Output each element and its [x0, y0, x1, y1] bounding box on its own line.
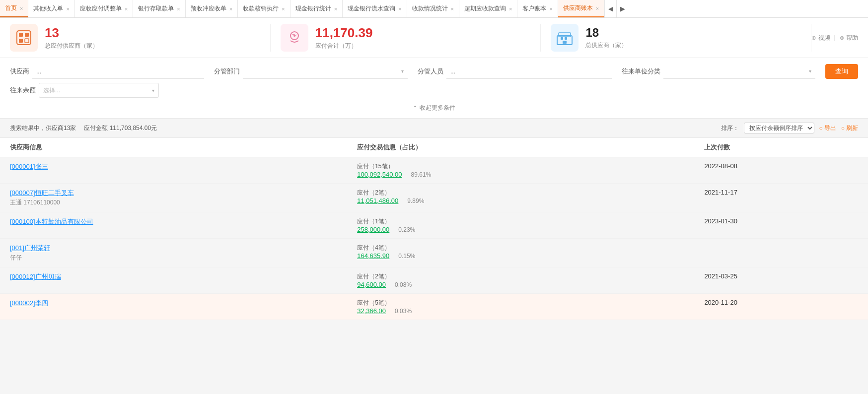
- amount-2[interactable]: 258,000.00: [357, 226, 389, 233]
- pct-1: 9.89%: [407, 197, 424, 204]
- transaction-cell-0: 应付（15笔）100,092,540.0089.61%: [347, 157, 694, 184]
- tx-label-1: 应付（2笔）: [357, 189, 684, 197]
- last-payment-cell-2: 2023-01-30: [694, 212, 868, 239]
- nav-tab-home[interactable]: 首页 ×: [0, 0, 28, 17]
- nav-tab-supplier-ledger-close[interactable]: ×: [596, 5, 599, 11]
- amount-5[interactable]: 32,366.00: [357, 307, 386, 315]
- svg-rect-4: [25, 39, 29, 43]
- table-header: 供应商信息 应付交易信息（占比） 上次付数: [0, 138, 868, 157]
- dept-select[interactable]: ▾: [243, 64, 408, 79]
- nav-tab-payment-verify[interactable]: 收款核销执行 ×: [238, 0, 290, 17]
- nav-tab-payment-verify-close[interactable]: ×: [282, 6, 285, 12]
- svg-rect-9: [561, 37, 563, 40]
- payable-suppliers-label: 总应付供应商（家）: [45, 42, 98, 50]
- nav-tab-bank-deposit[interactable]: 银行存取款单 ×: [133, 0, 185, 17]
- last-payment-cell-5: 2020-11-20: [694, 294, 868, 320]
- export-icon: ○: [819, 125, 823, 131]
- nav-tab-other-income[interactable]: 其他收入单 ×: [28, 0, 74, 17]
- table-row: [000100]本特勤油品有限公司应付（1笔）258,000.000.23%20…: [0, 212, 868, 239]
- payable-total-label: 应付合计（万）: [315, 42, 373, 50]
- balance-select-arrow: ▾: [152, 88, 154, 93]
- supplier-cell-3: [001]广州荣轩仔仔: [0, 239, 347, 267]
- video-link[interactable]: ⊙ 视频: [811, 34, 830, 42]
- summary-bar: 13 总应付供应商（家） 11,170.39 应付合计（万）: [0, 18, 868, 58]
- nav-tab-cash-bank-stat-close[interactable]: ×: [334, 6, 337, 12]
- collapse-button[interactable]: ⌃ 收起更多条件: [10, 102, 858, 114]
- filter-row-1: 供应商 分管部门 ▾ 分管人员 往来单位分类 ▾ 查询: [10, 64, 858, 79]
- last-payment-cell-0: 2022-08-08: [694, 157, 868, 184]
- supplier-cell-5: [000002]李四: [0, 294, 347, 320]
- balance-select[interactable]: 选择... ▾: [39, 83, 159, 98]
- transaction-cell-5: 应付（5笔）32,366.000.03%: [347, 294, 694, 320]
- balance-filter: 往来余额 选择... ▾: [10, 83, 159, 98]
- results-actions: 排序： 按应付余额倒序排序 ○ 导出 ○ 刷新: [721, 123, 859, 133]
- col-last-payment: 上次付数: [694, 138, 868, 157]
- sort-select[interactable]: 按应付余额倒序排序: [744, 123, 814, 133]
- payable-suppliers-icon: [10, 24, 38, 52]
- refresh-button[interactable]: ○ 刷新: [841, 124, 858, 132]
- amount-1[interactable]: 11,051,486.00: [357, 197, 398, 204]
- supplier-subinfo-3: 仔仔: [10, 254, 337, 262]
- supplier-link-3[interactable]: [001]广州荣轩: [10, 244, 50, 252]
- summary-card-payable-suppliers: 13 总应付供应商（家）: [10, 24, 271, 52]
- top-navigation: 首页 × 其他收入单 × 应收应付调整单 × 银行存取款单 × 预收冲应收单 ×…: [0, 0, 868, 18]
- nav-tab-supplier-ledger[interactable]: 供应商账本 ×: [558, 0, 604, 17]
- supplier-link-0[interactable]: [000001]张三: [10, 163, 48, 170]
- nav-tab-other-income-close[interactable]: ×: [66, 6, 69, 12]
- total-suppliers-label: 总供应商（家）: [585, 41, 627, 50]
- nav-tab-receipt-stat-close[interactable]: ×: [451, 6, 454, 12]
- pct-3: 0.15%: [398, 253, 415, 260]
- supplier-input[interactable]: [32, 64, 204, 79]
- top-right-links: ⊙ 视频 | ⊙ 帮助: [811, 34, 858, 42]
- supplier-link-5[interactable]: [000002]李四: [10, 299, 48, 307]
- category-filter: 往来单位分类 ▾: [622, 64, 816, 79]
- nav-arrow-right[interactable]: ▶: [616, 0, 628, 17]
- table-row: [000007]恒旺二手叉车王通 17106110000应付（2笔）11,051…: [0, 184, 868, 212]
- person-filter: 分管人员: [418, 64, 612, 79]
- table-wrapper: 供应商信息 应付交易信息（占比） 上次付数 [000001]张三应付（15笔）1…: [0, 138, 868, 320]
- nav-tab-ar-ap-adjust[interactable]: 应收应付调整单 ×: [75, 0, 133, 17]
- supplier-filter: 供应商: [10, 64, 204, 79]
- nav-tab-home-close[interactable]: ×: [20, 5, 23, 11]
- nav-tab-prepay-ar[interactable]: 预收冲应收单 ×: [186, 0, 238, 17]
- amount-3[interactable]: 164,635.90: [357, 252, 389, 260]
- nav-tab-prepay-ar-close[interactable]: ×: [229, 6, 232, 12]
- amount-0[interactable]: 100,092,540.00: [357, 171, 402, 178]
- nav-tab-customer-ledger-close[interactable]: ×: [549, 6, 552, 12]
- tx-label-4: 应付（2笔）: [357, 272, 684, 281]
- nav-arrow-left[interactable]: ◀: [604, 0, 616, 17]
- transaction-cell-4: 应付（2笔）94,600.000.08%: [347, 267, 694, 294]
- supplier-label: 供应商: [10, 67, 29, 76]
- last-payment-cell-4: 2021-03-25: [694, 267, 868, 294]
- amount-4[interactable]: 94,600.00: [357, 281, 386, 288]
- nav-tab-overdue-ar[interactable]: 超期应收款查询 ×: [459, 0, 517, 17]
- nav-tab-bank-deposit-close[interactable]: ×: [177, 6, 180, 12]
- category-select[interactable]: ▾: [663, 64, 816, 79]
- col-transaction-info: 应付交易信息（占比）: [347, 138, 694, 157]
- nav-tab-cash-bank-stat[interactable]: 现金银行统计 ×: [290, 0, 343, 17]
- results-summary: 搜索结果中，供应商13家 应付金额 111,703,854.00元: [10, 124, 157, 132]
- nav-tab-overdue-ar-close[interactable]: ×: [509, 6, 512, 12]
- supplier-link-4[interactable]: [000012]广州贝瑞: [10, 273, 61, 280]
- dept-select-arrow: ▾: [401, 68, 404, 74]
- nav-tab-ar-ap-adjust-close[interactable]: ×: [125, 6, 128, 12]
- nav-tab-customer-ledger[interactable]: 客户账本 ×: [517, 0, 558, 17]
- category-label: 往来单位分类: [622, 67, 660, 76]
- person-input[interactable]: [446, 64, 612, 79]
- supplier-link-2[interactable]: [000100]本特勤油品有限公司: [10, 218, 93, 225]
- supplier-table: 供应商信息 应付交易信息（占比） 上次付数 [000001]张三应付（15笔）1…: [0, 138, 868, 320]
- transaction-cell-3: 应付（4笔）164,635.900.15%: [347, 239, 694, 267]
- supplier-link-1[interactable]: [000007]恒旺二手叉车: [10, 189, 74, 197]
- table-row: [001]广州荣轩仔仔应付（4笔）164,635.900.15%: [0, 239, 868, 267]
- pct-0: 89.61%: [411, 171, 432, 178]
- nav-tab-cash-flow[interactable]: 现金银行流水查询 ×: [343, 0, 407, 17]
- export-label: 导出: [824, 124, 836, 132]
- svg-rect-11: [563, 41, 567, 44]
- query-button[interactable]: 查询: [825, 64, 858, 79]
- nav-tab-receipt-stat[interactable]: 收款情况统计 ×: [407, 0, 459, 17]
- nav-tab-cash-flow-close[interactable]: ×: [398, 6, 401, 12]
- help-link[interactable]: ⊙ 帮助: [840, 34, 858, 42]
- export-button[interactable]: ○ 导出: [819, 124, 836, 132]
- pct-2: 0.23%: [398, 226, 415, 233]
- payable-total-icon: [281, 24, 308, 52]
